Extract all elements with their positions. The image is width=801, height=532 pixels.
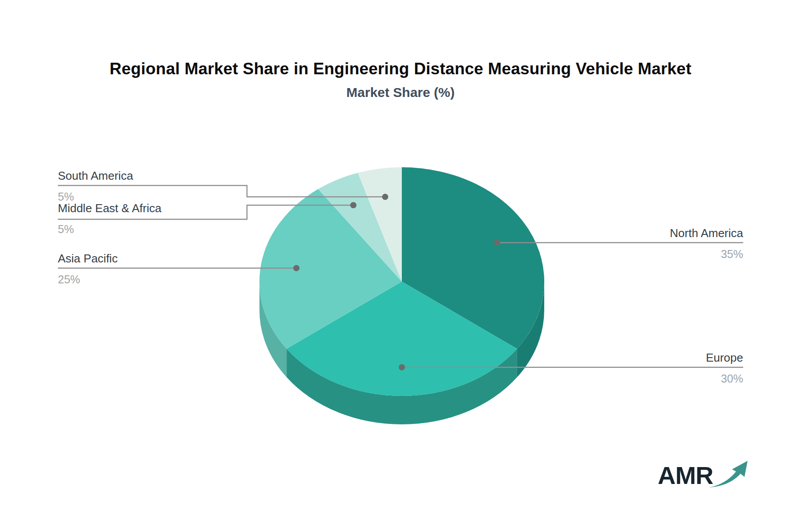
leader-dot-north-america — [494, 240, 500, 246]
slice-name: Middle East & Africa — [58, 202, 249, 215]
leader-dot-middle-east-africa — [350, 202, 356, 208]
pie-top-layer — [259, 167, 544, 396]
slice-name: Asia Pacific — [58, 252, 249, 266]
leader-dot-europe — [399, 364, 405, 371]
slice-percent: 25% — [58, 273, 249, 286]
leader-dot-south-america — [382, 194, 388, 200]
slice-percent: 5% — [58, 190, 249, 203]
slice-name: Europe — [552, 351, 743, 365]
slice-name: North America — [552, 226, 743, 240]
slice-percent: 5% — [58, 222, 249, 236]
amr-logo: AMR — [658, 461, 760, 496]
slice-label-asia-pacific: Asia Pacific 25% — [58, 252, 249, 286]
leader-dot-asia-pacific — [293, 265, 299, 271]
slice-percent: 35% — [552, 247, 743, 261]
slice-label-south-america: South America 5% — [58, 169, 249, 203]
slice-label-north-america: North America 35% — [552, 226, 743, 261]
slice-name: South America — [58, 169, 249, 183]
slice-percent: 30% — [552, 372, 743, 385]
trend-up-arrow-icon — [708, 457, 752, 491]
slice-label-middle-east-africa: Middle East & Africa 5% — [58, 202, 249, 236]
amr-logo-text: AMR — [658, 461, 713, 490]
slice-label-europe: Europe 30% — [552, 351, 743, 385]
